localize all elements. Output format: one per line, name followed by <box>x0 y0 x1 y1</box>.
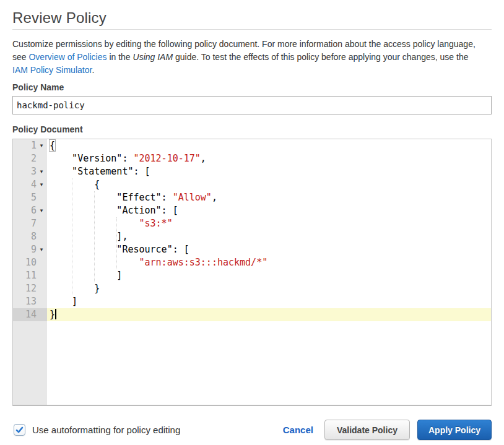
gutter-line-number: 2 <box>13 152 47 165</box>
gutter-line-number: 10 <box>13 256 47 269</box>
code-token: , <box>201 153 206 164</box>
code-line[interactable]: "Version": "2012-10-17", <box>47 152 491 165</box>
intro-text-segment: in the <box>107 52 133 62</box>
gutter-line-number: 8 <box>13 230 47 243</box>
code-token: } <box>50 309 55 320</box>
policy-name-input[interactable] <box>12 96 492 114</box>
matched-brace: { <box>50 140 55 151</box>
autoformat-checkbox[interactable] <box>14 424 25 436</box>
code-line[interactable]: "Action": [ <box>47 204 491 217</box>
line-number: 4 <box>31 179 37 190</box>
code-token <box>50 257 139 268</box>
editor-gutter: 1▾23▾4▾56▾789▾1011121314 <box>13 139 47 405</box>
code-line[interactable]: ], <box>47 230 491 243</box>
code-token: { <box>50 179 100 190</box>
string-token: "s3:*" <box>139 218 173 229</box>
line-number: 6 <box>31 205 37 216</box>
autoformat-label: Use autoformatting for policy editing <box>32 425 180 435</box>
code-line[interactable]: "Statement": [ <box>47 165 491 178</box>
fold-arrow-icon[interactable]: ▾ <box>38 243 45 256</box>
review-policy-page: Review Policy Customize permissions by e… <box>12 9 492 440</box>
intro-line: see Overview of Policies in the Using IA… <box>12 51 492 64</box>
line-number: 11 <box>25 270 37 281</box>
code-token: "Effect": <box>50 192 173 203</box>
code-token: "Version": <box>50 153 133 164</box>
code-line[interactable]: "s3:*" <box>47 217 491 230</box>
line-number: 5 <box>31 192 37 203</box>
code-line[interactable]: } <box>47 282 491 295</box>
gutter-line-number: 4▾ <box>13 178 47 191</box>
autoformat-option[interactable]: Use autoformatting for policy editing <box>12 424 180 436</box>
line-number: 3 <box>31 166 37 177</box>
code-line[interactable]: "Resource": [ <box>47 243 491 256</box>
code-token: "Statement": [ <box>50 166 150 177</box>
fold-arrow-icon[interactable]: ▾ <box>38 204 45 217</box>
line-number: 14 <box>25 309 37 320</box>
policy-document-label: Policy Document <box>12 124 492 134</box>
gutter-line-number: 6▾ <box>13 204 47 217</box>
code-token: } <box>50 283 100 294</box>
line-number: 2 <box>31 153 37 164</box>
line-number: 7 <box>31 218 37 229</box>
gutter-line-number: 7 <box>13 217 47 230</box>
code-token: "Resource": [ <box>50 244 189 255</box>
code-line[interactable]: ] <box>47 269 491 282</box>
gutter-line-number: 13 <box>13 295 47 308</box>
code-token: ], <box>50 231 128 242</box>
iam-policy-simulator-link[interactable]: IAM Policy Simulator <box>12 65 92 75</box>
fold-arrow-icon[interactable]: ▾ <box>38 178 45 191</box>
header-divider <box>12 29 492 30</box>
intro-text-segment: guide. To test the effects of this polic… <box>173 52 468 62</box>
code-token: ] <box>50 270 122 281</box>
line-number: 10 <box>25 257 37 268</box>
gutter-line-number: 11 <box>13 269 47 282</box>
intro-line: IAM Policy Simulator. <box>12 64 492 77</box>
gutter-line-number: 5 <box>13 191 47 204</box>
code-line[interactable]: { <box>47 178 491 191</box>
gutter-line-number: 12 <box>13 282 47 295</box>
code-line[interactable]: ] <box>47 295 491 308</box>
footer-bar: Use autoformatting for policy editing Ca… <box>12 420 492 440</box>
intro-text-segment: . <box>92 65 94 75</box>
line-number: 8 <box>31 231 37 242</box>
line-number: 9 <box>31 244 37 255</box>
page-title: Review Policy <box>12 9 492 27</box>
code-token <box>50 218 139 229</box>
policy-name-label: Policy Name <box>12 82 492 92</box>
intro-line: Customize permissions by editing the fol… <box>12 38 492 51</box>
line-number: 12 <box>25 283 37 294</box>
apply-policy-button[interactable]: Apply Policy <box>417 420 492 440</box>
code-token: "Action": [ <box>50 205 178 216</box>
intro-text-segment: see <box>12 52 28 62</box>
code-token: , <box>212 192 217 203</box>
italic-text: Using IAM <box>133 52 173 62</box>
action-buttons: Cancel Validate Policy Apply Policy <box>283 420 492 440</box>
overview-of-policies-link[interactable]: Overview of Policies <box>28 52 106 62</box>
gutter-line-number: 3▾ <box>13 165 47 178</box>
code-line[interactable]: } <box>47 308 491 321</box>
line-number: 1 <box>31 140 37 151</box>
line-number: 13 <box>25 296 37 307</box>
fold-arrow-icon[interactable]: ▾ <box>38 139 45 152</box>
code-token: ] <box>50 296 77 307</box>
intro-text: Customize permissions by editing the fol… <box>12 38 492 77</box>
checkmark-icon <box>15 425 24 434</box>
text-cursor <box>55 309 56 319</box>
fold-arrow-icon[interactable]: ▾ <box>38 165 45 178</box>
policy-document-editor[interactable]: 1▾23▾4▾56▾789▾1011121314 { "Version": "2… <box>12 139 492 406</box>
editor-code-area[interactable]: { "Version": "2012-10-17", "Statement": … <box>47 139 491 405</box>
string-token: "2012-10-17" <box>133 153 200 164</box>
code-line[interactable]: "Effect": "Allow", <box>47 191 491 204</box>
string-token: "Allow" <box>173 192 212 203</box>
gutter-line-number: 9▾ <box>13 243 47 256</box>
string-token: "arn:aws:s3:::hackmd/*" <box>139 257 268 268</box>
gutter-line-number: 1▾ <box>13 139 47 152</box>
code-line[interactable]: "arn:aws:s3:::hackmd/*" <box>47 256 491 269</box>
validate-policy-button[interactable]: Validate Policy <box>324 420 410 440</box>
cancel-link[interactable]: Cancel <box>283 425 313 435</box>
gutter-line-number: 14 <box>13 308 47 321</box>
code-line[interactable]: { <box>47 139 491 152</box>
intro-text-segment: Customize permissions by editing the fol… <box>12 39 476 49</box>
